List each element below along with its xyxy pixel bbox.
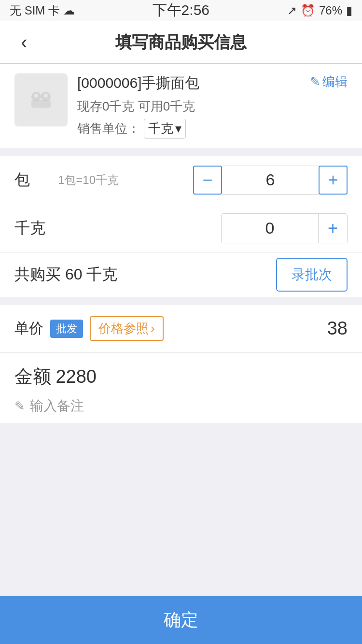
edit-button[interactable]: ✎ 编辑 [310, 73, 348, 90]
product-image [14, 73, 68, 126]
divider-2 [0, 301, 362, 305]
total-suffix: 千克 [86, 266, 117, 283]
svg-point-3 [34, 94, 38, 98]
record-batch-button[interactable]: 录批次 [276, 258, 348, 292]
sim-status: 无 SIM 卡 ☁ [10, 3, 75, 18]
amount-label: 金额 [14, 366, 51, 387]
battery-level: 76% [319, 4, 342, 17]
price-label: 单价 [14, 319, 43, 338]
amount-section: 金额 2280 ✎ 输入备注 [0, 353, 362, 423]
edit-icon: ✎ [310, 74, 320, 89]
package-label: 包 [14, 169, 53, 191]
unit-label: 销售单位： [77, 120, 140, 137]
kg-quantity-input[interactable] [222, 214, 318, 243]
package-plus-button[interactable]: + [319, 166, 348, 195]
nav-bar: ‹ 填写商品购买信息 [0, 21, 362, 64]
product-unit-row: 销售单位： 千克 ▾ [77, 119, 348, 139]
total-row: 共购买 60 千克 录批次 [0, 252, 362, 301]
bottom-spacer [0, 423, 362, 548]
location-icon: ↗ [287, 4, 297, 17]
unit-value: 千克 [148, 120, 173, 137]
amount-value: 2280 [56, 366, 97, 387]
product-card: [0000006]手撕面包 ✎ 编辑 现存0千克 可用0千克 销售单位： 千克 … [0, 64, 362, 152]
price-ref-arrow-icon: › [151, 321, 155, 336]
svg-point-4 [44, 94, 48, 98]
kg-plus-button[interactable]: + [318, 214, 347, 243]
product-name: [0000006]手撕面包 [77, 73, 310, 93]
note-row[interactable]: ✎ 输入备注 [14, 389, 348, 423]
kg-row: 千克 + [0, 204, 362, 252]
battery-icon: ▮ [346, 4, 352, 17]
alarm-icon: ⏰ [301, 4, 315, 17]
edit-label: 编辑 [322, 73, 348, 90]
product-info: [0000006]手撕面包 ✎ 编辑 现存0千克 可用0千克 销售单位： 千克 … [77, 73, 348, 139]
total-prefix: 共购买 [14, 266, 61, 283]
divider-1 [0, 152, 362, 156]
product-stock: 现存0千克 可用0千克 [77, 98, 348, 115]
svg-rect-2 [31, 100, 51, 108]
confirm-button[interactable]: 确定 [0, 596, 362, 644]
package-minus-button[interactable]: − [193, 166, 222, 195]
price-reference-button[interactable]: 价格参照 › [90, 316, 164, 341]
status-left: 无 SIM 卡 ☁ [10, 3, 75, 18]
price-tag-badge: 批发 [50, 320, 83, 338]
total-amount: 60 [65, 266, 83, 283]
note-label: 输入备注 [30, 397, 84, 415]
unit-arrow-icon: ▾ [175, 121, 181, 136]
status-time: 下午2:56 [153, 0, 209, 20]
package-quantity-input[interactable] [222, 166, 319, 195]
pencil-icon: ✎ [14, 399, 25, 414]
amount-row: 金额 2280 [14, 364, 348, 389]
package-row: 包 1包=10千克 − + [0, 156, 362, 204]
price-section: 单价 批发 价格参照 › 38 [0, 305, 362, 353]
kg-label: 千克 [14, 218, 53, 239]
price-value: 38 [327, 318, 348, 339]
status-right: ↗ ⏰ 76% ▮ [287, 4, 352, 17]
status-bar: 无 SIM 卡 ☁ 下午2:56 ↗ ⏰ 76% ▮ [0, 0, 362, 21]
kg-input-group: + [221, 213, 348, 243]
unit-select[interactable]: 千克 ▾ [144, 119, 186, 139]
form-section: 包 1包=10千克 − + 千克 + [0, 156, 362, 252]
back-button[interactable]: ‹ [10, 28, 39, 57]
product-header: [0000006]手撕面包 ✎ 编辑 [77, 73, 348, 93]
total-text: 共购买 60 千克 [14, 264, 117, 285]
page-title: 填写商品购买信息 [115, 31, 247, 54]
package-hint: 1包=10千克 [58, 172, 193, 188]
product-logo-icon [27, 88, 56, 112]
package-input-group: − + [193, 166, 348, 195]
price-ref-label: 价格参照 [98, 320, 149, 337]
